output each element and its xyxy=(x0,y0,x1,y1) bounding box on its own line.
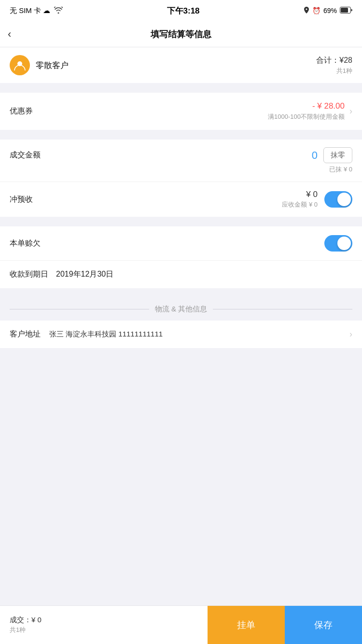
chevron-right-icon: › xyxy=(349,106,352,116)
deal-amount-top: 成交金额 0 抹零 xyxy=(10,147,352,163)
credit-card: 本单赊欠 收款到期日 2019年12月30日 xyxy=(0,226,362,288)
save-button[interactable]: 保存 xyxy=(285,606,362,644)
deal-amount-right: 0 抹零 xyxy=(312,147,352,163)
wifi-icon xyxy=(54,7,63,15)
customer-row: 零散客户 合计：¥28 共1种 xyxy=(0,47,362,83)
bottom-count: 共1种 xyxy=(10,626,198,634)
bottom-deal-row: 成交：¥ 0 xyxy=(10,616,198,625)
address-label: 客户地址 xyxy=(10,329,43,339)
bottom-deal-value: ¥ 0 xyxy=(31,616,42,624)
location-icon xyxy=(304,7,309,15)
coupon-card: 优惠券 - ¥ 28.00 满1000-100不限制使用金额 › xyxy=(0,93,362,130)
section-line-right xyxy=(213,309,352,309)
deal-amount-value: 0 xyxy=(312,149,318,162)
due-date-value: 2019年12月30日 xyxy=(56,269,113,280)
status-bar: 无 SIM 卡 ☁ 下午3:18 ⏰ 69% xyxy=(0,0,362,21)
hang-order-button[interactable]: 挂单 xyxy=(208,606,285,644)
section-line-left xyxy=(10,309,149,309)
address-value: 张三 海淀永丰科技园 11111111111 xyxy=(49,330,349,339)
address-chevron-icon: › xyxy=(349,329,352,339)
toggle-knob xyxy=(337,193,351,206)
deal-amount-row: 成交金额 0 抹零 已抹 ¥ 0 xyxy=(0,140,362,182)
nav-bar: ‹ 填写结算等信息 xyxy=(0,21,362,47)
divider-1 xyxy=(0,88,362,93)
coupon-label: 优惠券 xyxy=(10,106,48,116)
avatar xyxy=(10,55,30,75)
due-date-row: 收款到期日 2019年12月30日 xyxy=(0,261,362,288)
back-button[interactable]: ‹ xyxy=(8,28,11,41)
prepay-right: ¥ 0 应收金额 ¥ 0 xyxy=(282,190,352,209)
bottom-bar: 成交：¥ 0 共1种 挂单 保存 xyxy=(0,605,362,644)
credit-toggle[interactable] xyxy=(324,235,352,252)
prepay-label: 冲预收 xyxy=(10,195,33,205)
prepay-values: ¥ 0 应收金额 ¥ 0 xyxy=(282,190,318,209)
coupon-desc: 满1000-100不限制使用金额 xyxy=(268,112,345,121)
round-off-button[interactable]: 抹零 xyxy=(323,147,352,163)
customer-count: 共1种 xyxy=(316,67,352,75)
status-left: 无 SIM 卡 ☁ xyxy=(10,6,63,15)
credit-row: 本单赊欠 xyxy=(0,226,362,261)
due-date-label: 收款到期日 xyxy=(10,269,48,280)
credit-toggle-knob xyxy=(337,237,351,250)
divider-2 xyxy=(0,135,362,140)
page-title: 填写结算等信息 xyxy=(151,28,211,40)
no-sim-label: 无 SIM 卡 ☁ xyxy=(10,6,50,15)
bottom-deal-label: 成交： xyxy=(10,616,31,624)
bottom-info: 成交：¥ 0 共1种 xyxy=(0,606,208,644)
divider-3 xyxy=(0,222,362,226)
prepay-toggle[interactable] xyxy=(324,191,352,208)
status-right: ⏰ 69% xyxy=(304,7,352,15)
prepay-row: 冲预收 ¥ 0 应收金额 ¥ 0 xyxy=(0,182,362,217)
credit-label: 本单赊欠 xyxy=(10,238,41,249)
coupon-value: - ¥ 28.00 xyxy=(268,101,345,111)
battery-label: 69% xyxy=(323,7,337,14)
section-header-text: 物流 & 其他信息 xyxy=(155,305,207,314)
battery-icon xyxy=(340,7,352,15)
prepay-sub-value: 应收金额 ¥ 0 xyxy=(282,200,318,209)
customer-total: 合计：¥28 xyxy=(316,56,352,66)
customer-name: 零散客户 xyxy=(36,60,69,71)
deal-amount-sub: 已抹 ¥ 0 xyxy=(10,163,352,178)
customer-card: 零散客户 合计：¥28 共1种 xyxy=(0,47,362,83)
address-row[interactable]: 客户地址 张三 海淀永丰科技园 11111111111 › xyxy=(0,321,362,348)
customer-summary: 合计：¥28 共1种 xyxy=(316,56,352,75)
deal-amount-label: 成交金额 xyxy=(10,150,41,160)
deal-prepay-card: 成交金额 0 抹零 已抹 ¥ 0 冲预收 ¥ 0 应收金额 ¥ 0 xyxy=(0,140,362,217)
svg-rect-1 xyxy=(341,8,348,13)
customer-info: 零散客户 xyxy=(10,55,69,75)
divider-4 xyxy=(0,293,362,298)
address-card: 客户地址 张三 海淀永丰科技园 11111111111 › xyxy=(0,321,362,348)
prepay-main-value: ¥ 0 xyxy=(282,190,318,199)
coupon-row[interactable]: 优惠券 - ¥ 28.00 满1000-100不限制使用金额 › xyxy=(0,93,362,130)
content: 零散客户 合计：¥28 共1种 优惠券 - ¥ 28.00 满1000-100不… xyxy=(0,47,362,396)
alarm-icon: ⏰ xyxy=(312,7,320,14)
logistics-section-header: 物流 & 其他信息 xyxy=(0,298,362,321)
status-time: 下午3:18 xyxy=(167,5,200,16)
coupon-right: - ¥ 28.00 满1000-100不限制使用金额 › xyxy=(268,101,352,121)
